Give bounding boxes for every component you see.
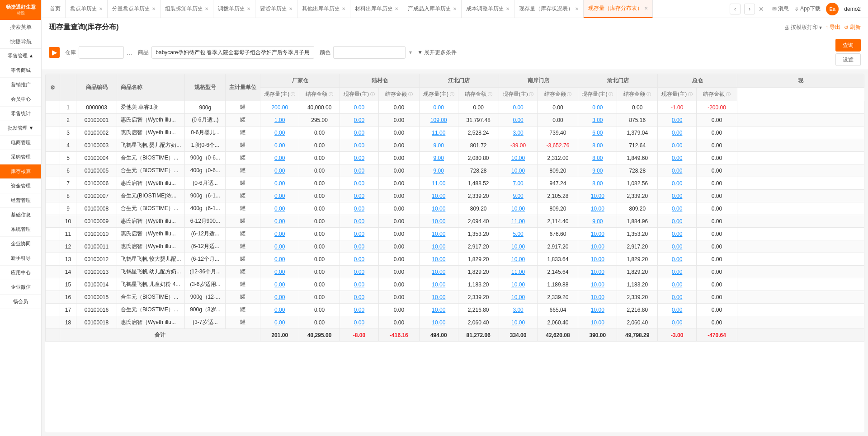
tab-stock-history[interactable]: 盘点单历史 ✕ xyxy=(66,0,108,18)
warehouse-label: 仓库 xyxy=(65,49,76,56)
userbar: ✉ 消息 ⇩ App下载 Ea demo2 xyxy=(765,0,868,18)
table-row: 1600100015合生元（BIOSTIME）...900g（12-...罐0.… xyxy=(46,291,864,304)
export-label: 导出 xyxy=(830,23,840,31)
sidebar-item-inventory[interactable]: 库存核算 xyxy=(0,164,41,179)
table-row: 1000100009惠氏启智（Wyeth illu...6-12月900...罐… xyxy=(46,215,864,228)
tab-current-stock-dist[interactable]: 现存量（库存分布表） ✕ xyxy=(584,0,653,18)
tab-close-icon[interactable]: ✕ xyxy=(395,6,398,11)
tab-close-icon[interactable]: ✕ xyxy=(506,6,509,11)
topbar-nav: 首页 盘点单历史 ✕ 分量盘点单历史 ✕ 组装拆卸单历史 ✕ 调拨单历史 ✕ 要… xyxy=(45,0,725,18)
settings-btn[interactable]: 设置 xyxy=(835,53,861,66)
sidebar-search[interactable]: 搜索英单 xyxy=(0,20,41,35)
sidebar-item-system[interactable]: 系统管理 xyxy=(0,222,41,237)
sidebar-item-member-program[interactable]: 畅会员 xyxy=(0,295,41,309)
sidebar-item-enterprise[interactable]: 企业协同 xyxy=(0,237,41,251)
next-tab-btn[interactable]: › xyxy=(744,4,755,14)
sidebar-item-basic-info[interactable]: 基础信息 xyxy=(0,208,41,222)
tab-branch-stock[interactable]: 分量盘点单历史 ✕ xyxy=(108,0,160,18)
table-row: 900100008合生元（BIOSTIME）...400g（6-1...罐0.0… xyxy=(46,202,864,215)
sidebar-item-app-center[interactable]: 应用中心 xyxy=(0,266,41,280)
tab-close-icon[interactable]: ✕ xyxy=(453,6,457,11)
tab-transfer[interactable]: 调拨单历史 ✕ xyxy=(213,0,255,18)
page-title: 现存量查询(库存分布) xyxy=(49,23,119,32)
export-icon: ↑ xyxy=(826,24,828,31)
refresh-btn[interactable]: ↺ 刷新 xyxy=(844,23,861,31)
col-total-amt-header: 结存金额 xyxy=(697,88,737,101)
sidebar-item-marketing[interactable]: 营销推广 xyxy=(0,78,41,92)
sidebar-item-member[interactable]: 会员中心 xyxy=(0,92,41,107)
color-input[interactable] xyxy=(333,46,406,59)
message-label: 消息 xyxy=(778,5,789,13)
col-jiangbei-header: 江北门店 xyxy=(419,74,499,88)
sidebar-item-retail-stat[interactable]: 零售统计 xyxy=(0,107,41,121)
sidebar-item-operations[interactable]: 经营管理 xyxy=(0,193,41,208)
col-yubei-qty-header: 现存量(主) xyxy=(578,88,617,101)
col-nanan-header: 南岸门店 xyxy=(499,74,578,88)
tab-current-stock-table[interactable]: 现存量（库存状况表） ✕ xyxy=(514,0,584,18)
goods-field: 商品 xyxy=(138,46,314,59)
color-dropdown-icon[interactable]: ▾ xyxy=(409,49,412,56)
col-jiangbei-amt-header: 结存金额 xyxy=(458,88,499,101)
sidebar-logo[interactable]: 畅捷通好生意 标题 xyxy=(0,0,41,20)
page-header: 现存量查询(库存分布) 🖨 按模版打印 ▾ ↑ 导出 ↺ 刷新 xyxy=(42,18,868,35)
sidebar-items: 零售管理 ▲ 零售商城 营销推广 会员中心 零售统计 批发管理 ▼ 电商管理 采… xyxy=(0,49,41,436)
sidebar-item-retail-mgmt[interactable]: 零售管理 ▲ xyxy=(0,49,41,63)
app-logo-title: 畅捷通好生意 xyxy=(6,4,36,10)
sidebar-item-retail-store[interactable]: 零售商城 xyxy=(0,63,41,78)
sidebar-item-wholesale[interactable]: 批发管理 ▼ xyxy=(0,121,41,136)
tab-request[interactable]: 要货单历史 ✕ xyxy=(255,0,297,18)
table-row: 300100002惠氏启智（Wyeth illu...0-6月婴儿...罐0.0… xyxy=(46,127,864,139)
close-tab-btn[interactable]: ✕ xyxy=(759,5,764,13)
col-yubei-amt-header: 结存金额 xyxy=(617,88,658,101)
app-download-btn[interactable]: ⇩ App下载 xyxy=(794,5,821,13)
user-avatar[interactable]: Ea xyxy=(826,3,839,15)
sidebar-item-finance[interactable]: 资金管理 xyxy=(0,179,41,193)
print-icon: 🖨 xyxy=(784,24,789,31)
print-btn[interactable]: 🖨 按模版打印 ▾ xyxy=(784,23,822,31)
tab-close-icon[interactable]: ✕ xyxy=(99,6,103,11)
tab-close-icon[interactable]: ✕ xyxy=(205,6,208,11)
filter-toggle-btn[interactable]: ▶ xyxy=(49,47,60,58)
sidebar-item-purchase[interactable]: 采购管理 xyxy=(0,150,41,164)
table-row: 800100007合生元(BIOSTIME)浓...900g（6-1...罐0.… xyxy=(46,190,864,202)
warehouse-dots-btn[interactable]: ... xyxy=(127,48,132,56)
col-no-header xyxy=(60,74,76,101)
sidebar-item-guide[interactable]: 新手引导 xyxy=(0,251,41,266)
tab-close-icon[interactable]: ✕ xyxy=(152,6,156,11)
tab-product-in[interactable]: 产成品入库单历史 ✕ xyxy=(403,0,462,18)
goods-input[interactable] xyxy=(151,46,314,59)
table-row: 1200100011惠氏启智（Wyeth illu...(6-12月适...罐0… xyxy=(46,240,864,253)
refresh-icon: ↺ xyxy=(844,24,849,31)
table-row: 10000003爱他美 卓睿3段900g罐200.0040,000.000.00… xyxy=(46,101,864,114)
tab-close-icon[interactable]: ✕ xyxy=(247,6,250,11)
expand-filter-btn[interactable]: ▼ 展开更多条件 xyxy=(417,49,457,56)
col-total-qty-header: 现存量(主) xyxy=(658,88,697,101)
table-row: 1500100014飞鹤星飞帆 儿童奶粉 4...(3-6岁适用...罐0.00… xyxy=(46,278,864,291)
inventory-table: ⚙ 商品编码 商品名称 规格型号 主计量单位 厂家仓 陆村仓 江北门店 南岸门店… xyxy=(45,74,864,342)
col-total-header: 总仓 xyxy=(658,74,737,88)
prev-tab-btn[interactable]: ‹ xyxy=(730,4,741,14)
warehouse-field: 仓库 ... xyxy=(65,46,132,59)
sidebar-item-enterprise-wx[interactable]: 企业微信 xyxy=(0,280,41,295)
print-label: 按模版打印 xyxy=(791,23,818,31)
export-btn[interactable]: ↑ 导出 xyxy=(826,23,840,31)
tab-close-icon[interactable]: ✕ xyxy=(289,6,292,11)
refresh-label: 刷新 xyxy=(850,23,861,31)
tab-close-icon[interactable]: ✕ xyxy=(342,6,345,11)
username-label[interactable]: demo2 xyxy=(844,6,861,12)
tab-material-out[interactable]: 材料出库单历史 ✕ xyxy=(350,0,403,18)
table-row: 1800100018惠氏启智（Wyeth illu...(3-7岁适...罐0.… xyxy=(46,316,864,329)
col-overflow-header: 现 xyxy=(737,74,864,88)
tab-other-out[interactable]: 其他出库单历史 ✕ xyxy=(297,0,350,18)
tab-close-icon[interactable]: ✕ xyxy=(644,6,648,11)
warehouse-input[interactable] xyxy=(79,46,124,59)
message-btn[interactable]: ✉ 消息 xyxy=(772,5,789,13)
tab-home[interactable]: 首页 xyxy=(45,0,66,18)
tab-combo[interactable]: 组装拆卸单历史 ✕ xyxy=(160,0,213,18)
sidebar-quick-nav[interactable]: 快捷导航 xyxy=(0,35,41,49)
col-spec-header: 规格型号 xyxy=(185,74,226,101)
sidebar-item-ecommerce[interactable]: 电商管理 xyxy=(0,136,41,150)
tab-cost-adjust[interactable]: 成本调整单历史 ✕ xyxy=(462,0,514,18)
search-btn[interactable]: 查询 xyxy=(835,39,861,52)
tab-close-icon[interactable]: ✕ xyxy=(575,6,579,11)
